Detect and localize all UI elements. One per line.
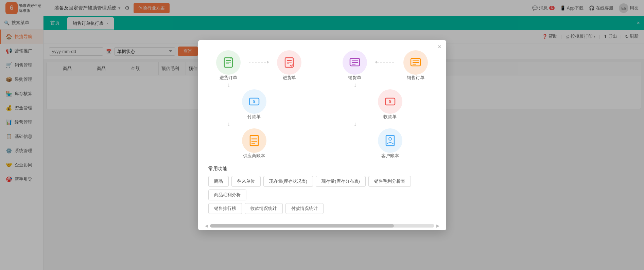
purchase-bill-circle[interactable] bbox=[277, 50, 301, 75]
flow-section: 进货订单 进货单 bbox=[198, 40, 446, 166]
common-btn-partner[interactable]: 往来单位 bbox=[231, 176, 261, 187]
svg-rect-24 bbox=[250, 136, 258, 146]
svg-text:¥: ¥ bbox=[253, 99, 256, 104]
flow-modal: × 进货订单 bbox=[198, 40, 446, 230]
common-functions-title: 常用功能 bbox=[208, 166, 436, 172]
flow-col-customer-ledger: 客户账本 bbox=[368, 128, 412, 159]
common-btn-stock-dist[interactable]: 现存量(库存分布表) bbox=[316, 176, 366, 187]
flow-col-purchase-bill: 进货单 bbox=[269, 50, 310, 81]
common-btn-sales-margin[interactable]: 销售毛利分析表 bbox=[368, 176, 411, 187]
payment-label: 付款单 bbox=[247, 114, 261, 120]
common-btn-sales-rank[interactable]: 销售排行榜 bbox=[208, 203, 242, 214]
sales-order-label: 销售订单 bbox=[407, 75, 424, 81]
common-btn-goods-margin[interactable]: 商品毛利分析 bbox=[208, 190, 246, 200]
modal-scrollbar-area: ◀ ▶ bbox=[198, 221, 446, 230]
customer-ledger-circle[interactable] bbox=[378, 128, 402, 153]
modal-close-button[interactable]: × bbox=[438, 43, 441, 51]
purchase-order-label: 进货订单 bbox=[220, 75, 237, 81]
scrollbar-track[interactable] bbox=[210, 224, 434, 228]
scroll-left-icon[interactable]: ◀ bbox=[205, 223, 208, 228]
svg-point-30 bbox=[389, 138, 391, 140]
modal-overlay: × 进货订单 bbox=[0, 0, 644, 270]
common-buttons-row-2: 销售排行榜 收款情况统计 付款情况统计 bbox=[208, 203, 436, 214]
receipt-label: 收款单 bbox=[383, 114, 397, 120]
svg-marker-14 bbox=[375, 61, 377, 64]
flow-col-purchase-order: 进货订单 bbox=[208, 50, 249, 81]
common-btn-receipt-stat[interactable]: 收款情况统计 bbox=[245, 203, 283, 214]
sales-order-circle[interactable] bbox=[403, 50, 428, 75]
scroll-right-icon[interactable]: ▶ bbox=[436, 223, 439, 228]
common-btn-stock-status[interactable]: 现存量(库存状况表) bbox=[263, 176, 313, 187]
common-btn-goods[interactable]: 商品 bbox=[208, 176, 229, 187]
scrollbar-thumb bbox=[210, 224, 394, 228]
receipt-circle[interactable]: ¥ bbox=[378, 89, 402, 114]
common-buttons-row: 商品 往来单位 现存量(库存状况表) 现存量(库存分布表) 销售毛利分析表 商品… bbox=[208, 176, 436, 200]
common-functions-section: 常用功能 商品 往来单位 现存量(库存状况表) 现存量(库存分布表) 销售毛利分… bbox=[198, 166, 446, 221]
purchase-bill-label: 进货单 bbox=[283, 75, 296, 81]
flow-col-sales-order: 销售订单 bbox=[395, 50, 436, 81]
flow-col-sales-bill: 销货单 bbox=[334, 50, 375, 81]
flow-col-receipt: ¥ 收款单 bbox=[368, 89, 412, 120]
flow-col-supplier-ledger: 供应商账本 bbox=[232, 128, 276, 159]
svg-text:¥: ¥ bbox=[389, 99, 391, 104]
sales-bill-label: 销货单 bbox=[348, 75, 361, 81]
svg-rect-29 bbox=[386, 136, 394, 146]
payment-circle[interactable]: ¥ bbox=[242, 89, 266, 114]
flow-col-payment: ¥ 付款单 bbox=[232, 89, 276, 120]
sales-bill-circle[interactable] bbox=[343, 50, 367, 75]
purchase-order-circle[interactable] bbox=[216, 50, 241, 75]
supplier-ledger-circle[interactable] bbox=[242, 128, 266, 153]
customer-ledger-label: 客户账本 bbox=[381, 153, 399, 159]
supplier-ledger-label: 供应商账本 bbox=[243, 153, 265, 159]
common-btn-payment-stat[interactable]: 付款情况统计 bbox=[285, 203, 324, 214]
